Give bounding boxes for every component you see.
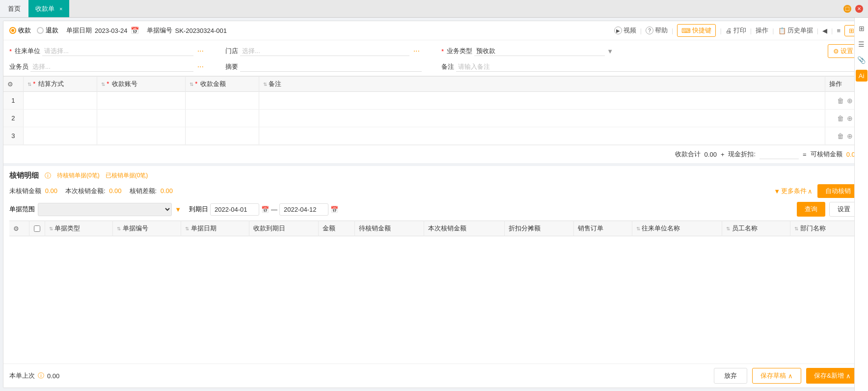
row2-delete-btn[interactable]: 🗑 xyxy=(837,114,844,122)
staff-input[interactable] xyxy=(30,62,193,72)
verify-pending-tab[interactable]: 待核销单据(0笔) xyxy=(57,171,100,180)
sort-icon-amount: ⇅ xyxy=(190,82,193,87)
row2-account[interactable] xyxy=(97,110,185,127)
remark-input[interactable] xyxy=(456,62,859,72)
menu-btn[interactable]: ≡ xyxy=(837,27,841,34)
discount-input[interactable] xyxy=(760,149,799,159)
radio-receive[interactable]: 收款 xyxy=(9,26,31,35)
row1-account[interactable] xyxy=(97,92,185,110)
select-all-checkbox[interactable] xyxy=(34,225,40,232)
date-to-icon[interactable]: 📅 xyxy=(330,206,338,213)
save-new-btn[interactable]: 保存&新增 ∧ xyxy=(806,368,859,384)
calendar-icon[interactable]: 📅 xyxy=(131,27,139,34)
row1-delete-btn[interactable]: 🗑 xyxy=(837,97,844,105)
auto-verify-btn[interactable]: 自动核销 xyxy=(817,184,859,198)
footer-prev-value: 0.00 xyxy=(47,372,59,380)
video-btn[interactable]: ▶ 视频 xyxy=(614,26,636,35)
main-area: 收款 退款 单据日期 2023-03-24 📅 单据编号 SK-20230324… xyxy=(3,21,865,388)
col-due-date-label: 收款到期日 xyxy=(253,224,285,232)
row3-copy-btn[interactable]: ⊕ xyxy=(847,132,853,140)
date-from-input[interactable] xyxy=(210,203,259,216)
tab-home[interactable]: 首页 xyxy=(0,0,28,17)
tab-receipt[interactable]: 收款单 × xyxy=(28,0,69,17)
sidebar-table-icon[interactable]: ⊞ xyxy=(856,23,868,34)
form-area: * 往来单位 ··· 门店 ··· * 业务类型 ▼ 预收款 ⚙ xyxy=(3,40,865,76)
row2-settlement[interactable] xyxy=(23,110,97,127)
sort-date: ⇅ xyxy=(185,226,189,231)
print-icon: 🖨 xyxy=(726,27,732,34)
sidebar-attach-icon[interactable]: 📎 xyxy=(856,54,868,66)
header-checkbox[interactable] xyxy=(33,225,41,232)
history-btn[interactable]: 📋 历史单据 xyxy=(778,26,813,35)
table-gear-icon[interactable]: ⚙ xyxy=(7,81,13,88)
col-order-label: 销售订单 xyxy=(578,224,603,232)
draft-btn[interactable]: 保存草稿 ∧ xyxy=(752,368,801,384)
row3-amount[interactable] xyxy=(185,127,259,145)
verify-right-btns: ▼ 更多条件 ∧ 自动核销 xyxy=(774,184,859,198)
summary-input[interactable] xyxy=(240,62,422,72)
row3-delete-btn[interactable]: 🗑 xyxy=(837,132,844,140)
partner-input[interactable] xyxy=(42,46,193,56)
store-field: 门店 ··· xyxy=(225,46,422,56)
print-btn[interactable]: 🖨 打印 xyxy=(726,26,746,35)
bottom-table: ⚙ ⇅ 单据类型 ⇅ 单据编号 xyxy=(9,221,859,236)
biz-type-input[interactable] xyxy=(474,46,605,56)
row2-copy-btn[interactable]: ⊕ xyxy=(847,114,853,122)
row2-remark[interactable] xyxy=(259,110,825,127)
th-settings[interactable]: ⚙ xyxy=(3,77,23,92)
sort-staff: ⇅ xyxy=(726,226,730,231)
sidebar-ai-icon[interactable]: Ai xyxy=(856,70,868,82)
range-label: 单据范围 xyxy=(9,205,35,214)
row1-remark[interactable] xyxy=(259,92,825,110)
row1-copy-btn[interactable]: ⊕ xyxy=(847,97,853,105)
bth-due-date: 收款到期日 xyxy=(249,221,318,236)
date-to-input[interactable] xyxy=(279,203,328,216)
footer-info-icon[interactable]: ⓘ xyxy=(38,371,44,380)
right-sidebar: ⊞ ☰ 📎 Ai xyxy=(854,18,868,391)
col-account-label: 收款账号 xyxy=(112,80,137,87)
more-conditions-btn[interactable]: ▼ 更多条件 ∧ xyxy=(774,187,813,196)
save-new-arrow-icon: ∧ xyxy=(846,372,851,380)
row3-remark[interactable] xyxy=(259,127,825,145)
biz-type-label: 业务类型 xyxy=(447,47,472,56)
sep7: | xyxy=(831,27,833,34)
discount-label: 现金折扣: xyxy=(728,150,756,159)
win-close-button[interactable]: × xyxy=(855,5,863,13)
btable-gear-icon[interactable]: ⚙ xyxy=(13,225,19,232)
store-more-btn[interactable]: ··· xyxy=(411,47,422,56)
win-max-button[interactable]: □ xyxy=(843,5,851,13)
row3-settlement[interactable] xyxy=(23,127,97,145)
row1-settlement[interactable] xyxy=(23,92,97,110)
draft-arrow-icon: ∧ xyxy=(788,372,793,380)
sidebar-list-icon[interactable]: ☰ xyxy=(856,38,868,50)
biz-type-arrow[interactable]: ▼ xyxy=(607,48,613,55)
ops-btn[interactable]: 操作 xyxy=(756,26,768,35)
row3-account[interactable] xyxy=(97,127,185,145)
sep6: | xyxy=(817,27,818,34)
tab-close-icon[interactable]: × xyxy=(59,6,62,12)
range-select[interactable] xyxy=(38,203,172,216)
verify-title: 核销明细 xyxy=(9,171,39,180)
table-row: 3 🗑 ⊕ xyxy=(3,127,865,145)
staff-more-btn[interactable]: ··· xyxy=(195,62,206,71)
row2-amount[interactable] xyxy=(185,110,259,127)
sep2: | xyxy=(672,27,673,34)
bth-settings[interactable]: ⚙ xyxy=(9,221,29,236)
verify-done-tab[interactable]: 已核销单据(0笔) xyxy=(106,171,148,180)
sep1: | xyxy=(640,27,642,34)
query-btn[interactable]: 查询 xyxy=(797,202,825,217)
bth-checkbox[interactable] xyxy=(29,221,45,236)
summary-row: 收款合计 0.00 + 现金折扣: = 可核销金额 0.00 xyxy=(3,145,865,163)
store-input[interactable] xyxy=(240,46,409,56)
help-btn[interactable]: ? 帮助 xyxy=(646,26,668,35)
date-from-icon[interactable]: 📅 xyxy=(261,206,269,213)
store-label: 门店 xyxy=(225,47,238,56)
radio-refund[interactable]: 退款 xyxy=(37,26,58,35)
row1-amount[interactable] xyxy=(185,92,259,110)
abandon-btn[interactable]: 放弃 xyxy=(714,368,747,384)
shortcut-btn[interactable]: ⌨ 快捷键 xyxy=(677,24,716,37)
partner-more-btn[interactable]: ··· xyxy=(195,47,206,56)
verify-info-icon[interactable]: ⓘ xyxy=(45,171,51,180)
form-row-2: 业务员 ··· 摘要 备注 xyxy=(9,62,859,72)
nav-prev-btn[interactable]: ◀ xyxy=(822,27,827,34)
